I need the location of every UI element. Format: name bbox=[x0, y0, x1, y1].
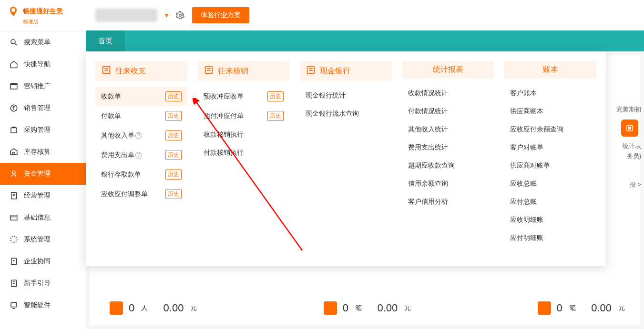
mega-col-4: 账本客户账本供应商账本应收应付余额查询客户对账单供应商对账单应收总账应付总账应收… bbox=[501, 61, 600, 247]
mega-item[interactable]: 银行存取款单历史 bbox=[95, 165, 187, 184]
stat-val-2: 0.00 bbox=[591, 302, 612, 314]
mega-item[interactable]: 费用支出单?历史 bbox=[95, 145, 187, 165]
history-tag[interactable]: 历史 bbox=[165, 91, 182, 101]
sidebar-item-quick[interactable]: 快捷导航 bbox=[0, 53, 86, 75]
sidebar-item-guide[interactable]: 新手引导 bbox=[0, 272, 86, 294]
stat-unit-1: 笔 bbox=[355, 304, 362, 312]
mega-item[interactable]: 应收总账 bbox=[504, 175, 596, 193]
col-title: 往来收支 bbox=[115, 66, 146, 76]
mega-item[interactable]: 供应商账本 bbox=[504, 102, 596, 120]
col-header-icon bbox=[101, 65, 112, 77]
history-tag[interactable]: 历史 bbox=[165, 169, 182, 179]
right-badge-icon[interactable] bbox=[621, 120, 638, 137]
history-tag[interactable]: 历史 bbox=[267, 91, 284, 101]
mega-item[interactable]: 现金银行统计 bbox=[300, 87, 392, 105]
mega-col-header: 往来收支 bbox=[95, 61, 187, 81]
sidebar-item-hw[interactable]: 智能硬件 bbox=[0, 294, 86, 316]
mega-item[interactable]: 费用支出统计 bbox=[402, 139, 494, 157]
sidebar-item-label: 营销推广 bbox=[24, 82, 51, 90]
sidebar-item-inventory[interactable]: 库存核算 bbox=[0, 141, 86, 163]
svg-rect-10 bbox=[10, 215, 17, 220]
mega-item[interactable]: 应付总账 bbox=[504, 193, 596, 211]
mega-item[interactable]: 信用余额查询 bbox=[402, 175, 494, 193]
mega-item[interactable]: 预收冲应收单历史 bbox=[198, 87, 290, 106]
sidebar-item-label: 采购管理 bbox=[24, 126, 51, 134]
sidebar-item-label: 销售管理 bbox=[24, 104, 51, 112]
sidebar-item-search[interactable]: 搜索菜单 bbox=[0, 31, 86, 53]
quick-icon bbox=[10, 60, 18, 69]
sidebar-item-collab[interactable]: 企业协同 bbox=[0, 250, 86, 272]
mega-item-label: 超期应收款查询 bbox=[408, 161, 455, 170]
sales-icon bbox=[10, 104, 18, 112]
stat-val-2: 0.00 bbox=[377, 302, 398, 314]
mega-item[interactable]: 应收应付调整单历史 bbox=[95, 184, 187, 204]
tabbar: 首页 bbox=[86, 30, 644, 51]
mega-item[interactable]: 应收明细账 bbox=[504, 211, 596, 229]
history-tag[interactable]: 历史 bbox=[165, 189, 182, 199]
sidebar-item-system[interactable]: 系统管理 bbox=[0, 229, 86, 250]
brand-edition: 标准版 bbox=[23, 18, 78, 25]
topbar: ▾ 体验行业方案 bbox=[86, 0, 644, 30]
sidebar-item-sales[interactable]: 销售管理 bbox=[0, 97, 86, 119]
gear-icon[interactable] bbox=[176, 11, 184, 20]
mega-item[interactable]: 现金银行流水查询 bbox=[300, 105, 392, 123]
guide-icon bbox=[10, 279, 18, 288]
mega-col-header: 现金银行 bbox=[300, 61, 392, 81]
mega-col-header: 账本 bbox=[504, 61, 596, 79]
help-icon[interactable]: ? bbox=[135, 132, 142, 139]
mega-item[interactable]: 付款情况统计 bbox=[402, 102, 494, 120]
sidebar-item-biz[interactable]: 经营管理 bbox=[0, 185, 86, 207]
mega-item[interactable]: 客户账本 bbox=[504, 84, 596, 102]
right-text-1: 完善期初 bbox=[615, 105, 641, 115]
stat-val-2: 0.00 bbox=[164, 302, 184, 314]
mega-item[interactable]: 应收应付余额查询 bbox=[504, 120, 596, 139]
mega-item[interactable]: 客户对账单 bbox=[504, 139, 596, 157]
mega-item[interactable]: 其他收入单?历史 bbox=[95, 126, 187, 145]
mega-item-label: 预付冲应付单 bbox=[204, 112, 244, 120]
mega-col-header: 统计报表 bbox=[402, 61, 494, 79]
mega-item[interactable]: 付款核销执行 bbox=[198, 144, 290, 162]
svg-rect-16 bbox=[11, 303, 17, 307]
history-tag[interactable]: 历史 bbox=[165, 130, 182, 140]
mega-item[interactable]: 收款单历史 bbox=[95, 87, 187, 106]
industry-cta-button[interactable]: 体验行业方案 bbox=[192, 7, 249, 23]
sidebar-item-purchase[interactable]: 采购管理 bbox=[0, 119, 86, 141]
collab-icon bbox=[10, 257, 18, 266]
mega-item-label: 客户对账单 bbox=[510, 143, 543, 152]
purchase-icon bbox=[10, 126, 18, 134]
tab-home[interactable]: 首页 bbox=[86, 30, 125, 51]
history-tag[interactable]: 历史 bbox=[165, 111, 182, 121]
mega-item[interactable]: 其他收入统计 bbox=[402, 120, 494, 139]
mega-item[interactable]: 付款单历史 bbox=[95, 106, 187, 126]
stats-row: 0人 0.00元0笔 0.00元0笔 0.00元 bbox=[110, 301, 625, 315]
svg-line-1 bbox=[15, 43, 17, 45]
chevron-down-icon[interactable]: ▾ bbox=[165, 11, 168, 19]
org-selector[interactable] bbox=[95, 9, 157, 22]
mega-item[interactable]: 收款核销执行 bbox=[198, 126, 290, 144]
mega-item-label: 现金银行流水查询 bbox=[306, 110, 359, 118]
mega-item[interactable]: 供应商对账单 bbox=[504, 157, 596, 175]
inventory-icon bbox=[10, 148, 18, 156]
mega-item[interactable]: 预付冲应付单历史 bbox=[198, 106, 290, 126]
sidebar-item-funds[interactable]: 资金管理 bbox=[0, 163, 86, 185]
mega-item[interactable]: 客户信用分析 bbox=[402, 193, 494, 211]
svg-rect-4 bbox=[11, 128, 17, 133]
mega-item-label: 应收明细账 bbox=[510, 216, 543, 224]
history-tag[interactable]: 历史 bbox=[165, 150, 182, 160]
mega-item[interactable]: 应付明细账 bbox=[504, 229, 596, 247]
right-text-2: 统计表 bbox=[615, 141, 641, 151]
stat-val-1: 0 bbox=[129, 302, 134, 314]
mega-item-label: 收款情况统计 bbox=[408, 89, 448, 98]
help-icon[interactable]: ? bbox=[135, 152, 142, 159]
sidebar-item-base[interactable]: 基础信息 bbox=[0, 207, 86, 229]
mega-item-label: 付款核销执行 bbox=[204, 149, 244, 157]
sidebar-item-label: 基础信息 bbox=[24, 213, 51, 222]
sidebar-item-promo[interactable]: 营销推广 bbox=[0, 75, 86, 97]
col-title: 账本 bbox=[543, 65, 558, 75]
svg-point-12 bbox=[10, 236, 17, 243]
mega-item[interactable]: 超期应收款查询 bbox=[402, 157, 494, 175]
stat-val-1: 0 bbox=[557, 302, 562, 314]
history-tag[interactable]: 历史 bbox=[267, 111, 284, 121]
nav: 搜索菜单快捷导航营销推广销售管理采购管理库存核算资金管理经营管理基础信息系统管理… bbox=[0, 31, 86, 329]
mega-item[interactable]: 收款情况统计 bbox=[402, 84, 494, 102]
